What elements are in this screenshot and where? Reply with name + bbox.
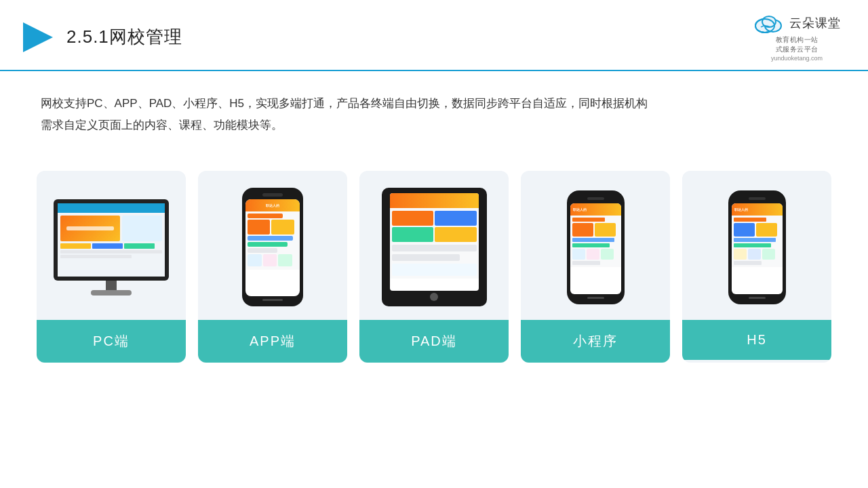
description-section: 网校支持PC、APP、PAD、小程序、H5，实现多端打通，产品各终端自由切换，数…: [0, 71, 868, 150]
device-tablet: [382, 188, 487, 306]
card-pc-label: PC端: [37, 320, 186, 363]
card-pc-image: [37, 171, 186, 320]
card-miniapp-label: 小程序: [521, 320, 670, 363]
device-cards-section: PC端 职达人的: [0, 150, 868, 363]
card-miniapp-image: 职达人的: [521, 171, 670, 320]
play-icon: [20, 20, 56, 55]
card-app-image: 职达人的: [198, 171, 347, 320]
cloud-icon: [753, 12, 785, 34]
card-h5: 职达人的: [682, 171, 831, 363]
card-miniapp: 职达人的: [521, 171, 670, 363]
logo-area: 云朵课堂 教育机构一站式服务云平台 yunduoketang.com: [753, 12, 841, 62]
card-app-label: APP端: [198, 320, 347, 363]
page-header: 2.5.1网校管理 云朵课堂 教育机构一站式服务云平台 yunduoketang…: [0, 0, 868, 71]
device-phone-miniapp: 职达人的: [567, 190, 625, 304]
device-pc: [54, 199, 169, 296]
card-h5-image: 职达人的: [682, 171, 831, 320]
logo-cloud: 云朵课堂: [753, 12, 841, 34]
logo-url: yunduoketang.com: [771, 55, 823, 62]
logo-brand: 云朵课堂: [789, 15, 841, 31]
header-left: 2.5.1网校管理: [20, 20, 182, 55]
card-pc: PC端: [37, 171, 186, 363]
card-app: 职达人的: [198, 171, 347, 363]
description-line1: 网校支持PC、APP、PAD、小程序、H5，实现多端打通，产品各终端自由切换，数…: [41, 97, 648, 110]
device-phone-h5: 职达人的: [728, 190, 786, 304]
card-pad-image: [359, 171, 509, 320]
page-title: 2.5.1网校管理: [66, 25, 182, 49]
card-pad: PAD端: [359, 171, 509, 363]
svg-marker-0: [23, 22, 53, 52]
description-line2: 需求自定义页面上的内容、课程、功能模块等。: [41, 119, 283, 131]
logo-tagline: 教育机构一站式服务云平台: [776, 35, 818, 54]
card-h5-label: H5: [682, 320, 831, 360]
card-pad-label: PAD端: [359, 320, 509, 363]
device-phone-app: 职达人的: [242, 188, 303, 306]
